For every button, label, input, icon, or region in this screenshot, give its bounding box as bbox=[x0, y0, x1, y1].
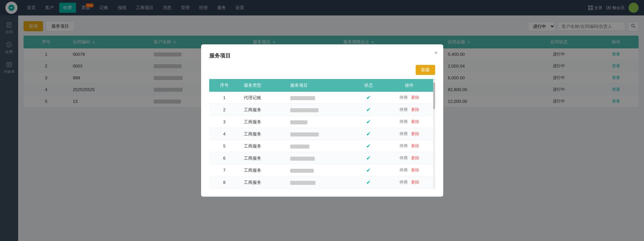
modal-col-header-3: 状态 bbox=[353, 79, 384, 92]
modal-table: 序号服务类型服务项目状态操作 1 代理记账 ████1 ✔ 停用 删除 2 工商… bbox=[209, 79, 435, 189]
stop-button[interactable]: 停用 bbox=[400, 119, 408, 124]
modal-row-actions: 停用 删除 bbox=[384, 92, 435, 104]
modal-col-header-0: 序号 bbox=[209, 79, 240, 92]
stop-button[interactable]: 停用 bbox=[400, 95, 408, 100]
modal-row-seq: 2 bbox=[209, 104, 240, 116]
modal-table-row: 7 工商服务 ██ ✔ 停用 删除 bbox=[209, 164, 435, 176]
status-check-icon: ✔ bbox=[366, 167, 371, 173]
modal-row-actions: 停用 删除 bbox=[384, 128, 435, 140]
modal-col-header-1: 服务类型 bbox=[240, 79, 286, 92]
modal-toolbar: 新建 bbox=[209, 65, 435, 75]
modal-row-actions: 停用 删除 bbox=[384, 116, 435, 128]
delete-button[interactable]: 删除 bbox=[411, 95, 419, 100]
modal-row-actions: 停用 删除 bbox=[384, 164, 435, 176]
modal-table-row: 4 工商服务 ██ ✔ 停用 删除 bbox=[209, 128, 435, 140]
modal-row-actions: 停用 删除 bbox=[384, 140, 435, 152]
stop-button[interactable]: 停用 bbox=[400, 144, 408, 148]
modal-row-type: 工商服务 bbox=[240, 104, 286, 116]
modal-row-seq: 8 bbox=[209, 176, 240, 189]
modal-row-type: 工商服务 bbox=[240, 128, 286, 140]
delete-button[interactable]: 删除 bbox=[411, 168, 419, 172]
stop-button[interactable]: 停用 bbox=[400, 131, 408, 136]
delete-button[interactable]: 删除 bbox=[411, 156, 419, 160]
status-check-icon: ✔ bbox=[366, 179, 371, 185]
modal-row-actions: 停用 删除 bbox=[384, 176, 435, 189]
modal-row-project: ███ bbox=[286, 140, 353, 152]
stop-button[interactable]: 停用 bbox=[400, 107, 408, 112]
modal-close-button[interactable]: × bbox=[434, 50, 438, 56]
modal-row-project: ██████ bbox=[286, 152, 353, 164]
modal-row-project: ████1 bbox=[286, 92, 353, 104]
modal-row-seq: 1 bbox=[209, 92, 240, 104]
modal-table-row: 2 工商服务 ████ ✔ 停用 删除 bbox=[209, 104, 435, 116]
delete-button[interactable]: 删除 bbox=[411, 119, 419, 124]
modal-row-status: ✔ bbox=[353, 152, 384, 164]
modal-row-type: 代理记账 bbox=[240, 92, 286, 104]
delete-button[interactable]: 删除 bbox=[411, 144, 419, 148]
modal-row-status: ✔ bbox=[353, 140, 384, 152]
modal-new-button[interactable]: 新建 bbox=[416, 65, 435, 75]
modal-table-wrap: 序号服务类型服务项目状态操作 1 代理记账 ████1 ✔ 停用 删除 2 工商… bbox=[209, 79, 435, 189]
modal-table-row: 1 代理记账 ████1 ✔ 停用 删除 bbox=[209, 92, 435, 104]
delete-button[interactable]: 删除 bbox=[411, 131, 419, 136]
modal-row-seq: 7 bbox=[209, 164, 240, 176]
modal-title: 服务项目 bbox=[209, 52, 435, 59]
stop-button[interactable]: 停用 bbox=[400, 180, 408, 185]
modal-table-row: 3 工商服务 ███ ✔ 停用 删除 bbox=[209, 116, 435, 128]
status-check-icon: ✔ bbox=[366, 155, 371, 161]
delete-button[interactable]: 删除 bbox=[411, 107, 419, 112]
modal-row-status: ✔ bbox=[353, 164, 384, 176]
stop-button[interactable]: 停用 bbox=[400, 156, 408, 160]
modal-row-actions: 停用 删除 bbox=[384, 104, 435, 116]
modal-row-seq: 4 bbox=[209, 128, 240, 140]
modal-table-row: 6 工商服务 ██████ ✔ 停用 删除 bbox=[209, 152, 435, 164]
modal-row-status: ✔ bbox=[353, 104, 384, 116]
modal-row-seq: 6 bbox=[209, 152, 240, 164]
status-check-icon: ✔ bbox=[366, 143, 371, 149]
modal-row-project: ████注册 bbox=[286, 176, 353, 189]
modal-row-type: 工商服务 bbox=[240, 116, 286, 128]
status-check-icon: ✔ bbox=[366, 119, 371, 125]
modal-col-header-2: 服务项目 bbox=[286, 79, 353, 92]
delete-button[interactable]: 删除 bbox=[411, 180, 419, 185]
service-modal: 服务项目 × 新建 序号服务类型服务项目状态操作 1 代理记账 ████1 ✔ … bbox=[201, 44, 443, 197]
stop-button[interactable]: 停用 bbox=[400, 168, 408, 172]
modal-row-project: ███ bbox=[286, 116, 353, 128]
modal-row-actions: 停用 删除 bbox=[384, 152, 435, 164]
modal-row-project: ██ bbox=[286, 164, 353, 176]
modal-row-type: 工商服务 bbox=[240, 152, 286, 164]
modal-row-type: 工商服务 bbox=[240, 176, 286, 189]
modal-row-seq: 3 bbox=[209, 116, 240, 128]
status-check-icon: ✔ bbox=[366, 107, 371, 113]
modal-row-status: ✔ bbox=[353, 128, 384, 140]
modal-row-status: ✔ bbox=[353, 116, 384, 128]
modal-row-status: ✔ bbox=[353, 176, 384, 189]
modal-row-project: ████ bbox=[286, 104, 353, 116]
modal-overlay[interactable]: 服务项目 × 新建 序号服务类型服务项目状态操作 1 代理记账 ████1 ✔ … bbox=[0, 0, 644, 241]
modal-table-row: 8 工商服务 ████注册 ✔ 停用 删除 bbox=[209, 176, 435, 189]
modal-row-type: 工商服务 bbox=[240, 164, 286, 176]
status-check-icon: ✔ bbox=[366, 131, 371, 137]
modal-row-status: ✔ bbox=[353, 92, 384, 104]
scrollbar-track bbox=[433, 79, 435, 189]
modal-row-seq: 5 bbox=[209, 140, 240, 152]
modal-col-header-4: 操作 bbox=[384, 79, 435, 92]
modal-row-project: ██ bbox=[286, 128, 353, 140]
scrollbar-thumb[interactable] bbox=[433, 82, 435, 109]
status-check-icon: ✔ bbox=[366, 95, 371, 101]
modal-row-type: 工商服务 bbox=[240, 140, 286, 152]
modal-table-row: 5 工商服务 ███ ✔ 停用 删除 bbox=[209, 140, 435, 152]
